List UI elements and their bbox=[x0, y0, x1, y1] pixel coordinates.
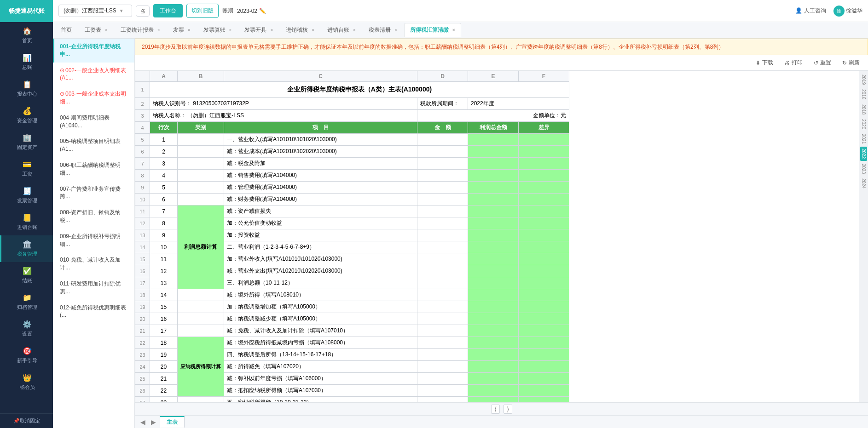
spreadsheet-wrapper[interactable]: A B C D E F bbox=[135, 71, 859, 402]
table-row: 11 7 利润总额计算 减：资产减值损失 bbox=[135, 205, 569, 217]
sidebar-item-tax[interactable]: 🏛️ 税务管理 bbox=[0, 235, 53, 262]
tab-sales-audit[interactable]: 进销稽核 × bbox=[280, 23, 320, 37]
info-bar: 2019年度步及取以前年度连续数据的申报表单元格需要手工维护正确，才能保证本年及… bbox=[135, 39, 868, 55]
tab-invoice[interactable]: 发票 × bbox=[167, 23, 197, 37]
sub-menu-label: 009-企业所得税补亏损明细... bbox=[60, 233, 121, 247]
tab-tax-list[interactable]: 税表清册 × bbox=[363, 23, 403, 37]
sidebar-item-archive[interactable]: 📁 归档管理 bbox=[0, 289, 53, 315]
tab-payroll-close[interactable]: × bbox=[105, 28, 108, 33]
workbench-button[interactable]: 工作台 bbox=[153, 4, 183, 17]
year-item-2018[interactable]: 2018 bbox=[860, 103, 867, 116]
tab-payroll-report-close[interactable]: × bbox=[157, 28, 160, 33]
table-row: 9 5 减：管理费用(填写A104000) bbox=[135, 182, 569, 194]
sub-menu-item-003[interactable]: ⊙003-一般企业成本支出明细... bbox=[53, 86, 134, 110]
bottom-area: ⟨ ⟩ ◀ ▶ 主表 bbox=[135, 402, 868, 428]
tax-icon: 🏛️ bbox=[23, 240, 32, 249]
sheet-tab-label: 主表 bbox=[167, 419, 178, 425]
table-row: 21 17 减：免税、减计收入及加计扣除（填写A107010） bbox=[135, 325, 569, 337]
sub-menu-label: 011-研发费用加计扣除优惠... bbox=[60, 280, 121, 295]
sidebar-item-report[interactable]: 📋 报表中心 bbox=[0, 75, 53, 102]
tab-sales-audit-label: 进销稽核 bbox=[286, 26, 308, 34]
sub-menu-item-011[interactable]: 011-研发费用加计扣除优惠... bbox=[53, 276, 134, 300]
sidebar-item-invoice[interactable]: 🧾 发票管理 bbox=[0, 182, 53, 209]
year-item-2020[interactable]: 2020 bbox=[860, 117, 867, 131]
sidebar: 畅捷通易代账 🏠 首页 📊 总账 📋 报表中心 💰 资金管理 🏢 固定资产 bbox=[0, 0, 53, 428]
sub-menu-item-006[interactable]: 006-职工薪酬纳税调整明细... bbox=[53, 157, 134, 181]
sheet-nav-prev[interactable]: ◀ bbox=[139, 417, 147, 427]
download-button[interactable]: ⬇ 下载 bbox=[754, 58, 775, 68]
print-icon-button[interactable]: 🖨 bbox=[136, 6, 150, 17]
tab-income-tax[interactable]: 所得税汇算清缴 × bbox=[404, 23, 461, 37]
year-item-2024[interactable]: 2024 bbox=[860, 177, 867, 190]
switch-old-button[interactable]: 切到旧版 bbox=[186, 4, 219, 18]
guide-icon: 🎯 bbox=[23, 347, 32, 355]
report-icon: 📋 bbox=[23, 80, 32, 89]
sub-menu-item-008[interactable]: 008-资产折旧、摊销及纳税... bbox=[53, 205, 134, 228]
sidebar-pin-button[interactable]: 📌 取消固定 bbox=[0, 413, 53, 428]
tab-home[interactable]: 首页 bbox=[55, 23, 78, 37]
human-service[interactable]: 👤 人工咨询 bbox=[795, 7, 826, 15]
refresh-button[interactable]: ↻ 刷新 bbox=[840, 58, 862, 68]
sheet-nav-next[interactable]: ▶ bbox=[149, 417, 158, 427]
tab-tax-list-close[interactable]: × bbox=[394, 28, 397, 33]
app-logo: 畅捷通易代账 bbox=[0, 0, 53, 22]
error-dot-icon: ⊙ bbox=[60, 91, 64, 97]
reset-button[interactable]: ↺ 重置 bbox=[812, 58, 833, 68]
sidebar-item-ledger[interactable]: 📊 总账 bbox=[0, 49, 53, 75]
year-item-2023[interactable]: 2023 bbox=[860, 162, 867, 176]
tab-sales-ledger-close[interactable]: × bbox=[353, 28, 356, 33]
sidebar-item-funds[interactable]: 💰 资金管理 bbox=[0, 102, 53, 129]
tab-invoice-open-close[interactable]: × bbox=[270, 28, 273, 33]
top-bar: (勿删）江西服宝-LSS ▼ 🖨 工作台 切到旧版 账期 2023-02 ✏️ … bbox=[53, 0, 868, 22]
sub-menu-item-001[interactable]: 001-企业所得税年度纳税申... bbox=[53, 39, 134, 63]
service-icon: 👤 bbox=[795, 7, 802, 14]
sidebar-item-assets[interactable]: 🏢 固定资产 bbox=[0, 129, 53, 155]
print-button[interactable]: 🖨 打印 bbox=[782, 58, 804, 68]
sub-menu-label: 012-减免所得税优惠明细表(... bbox=[60, 304, 126, 319]
sub-menu-item-012[interactable]: 012-减免所得税优惠明细表(... bbox=[53, 300, 134, 324]
year-item-2019[interactable]: 2019 bbox=[860, 73, 867, 86]
sidebar-item-settings[interactable]: ⚙️ 设置 bbox=[0, 315, 53, 342]
year-item-2016[interactable]: 2016 bbox=[860, 87, 867, 101]
sidebar-item-home[interactable]: 🏠 首页 bbox=[0, 22, 53, 49]
sub-menu-item-004[interactable]: 004-期间费用明细表(A1040... bbox=[53, 110, 134, 134]
tab-payroll-report[interactable]: 工资统计报表 × bbox=[115, 23, 166, 37]
sub-menu-item-002[interactable]: ⊙002-一般企业收入明细表(A1... bbox=[53, 63, 134, 86]
scroll-indicator: ⟨ ⟩ bbox=[135, 402, 868, 415]
sidebar-item-sales[interactable]: 📒 进销台账 bbox=[0, 209, 53, 235]
table-row: 19 15 加：纳税调整增加额（填写A105000） bbox=[135, 301, 569, 313]
sub-menu-item-005[interactable]: 005-纳税调整项目明细表(A1... bbox=[53, 133, 134, 157]
sidebar-item-member[interactable]: 👑 畅会员 bbox=[0, 369, 53, 395]
scroll-right-button[interactable]: ⟩ bbox=[503, 405, 512, 414]
archive-icon: 📁 bbox=[23, 293, 32, 302]
sub-menu-item-007[interactable]: 007-广告费和业务宣传费跨... bbox=[53, 181, 134, 205]
tab-payroll[interactable]: 工资表 × bbox=[79, 23, 114, 37]
tax-period-value: 2022年度 bbox=[471, 100, 494, 107]
tax-period-label: 税款所属期间： bbox=[420, 100, 459, 107]
company-selector[interactable]: (勿删）江西服宝-LSS ▼ bbox=[58, 5, 132, 17]
sidebar-item-guide[interactable]: 🎯 新手引导 bbox=[0, 342, 53, 369]
sub-menu-item-009[interactable]: 009-企业所得税补亏损明细... bbox=[53, 228, 134, 252]
col-header-amount: 金 额 bbox=[417, 122, 468, 134]
content-area: 001-企业所得税年度纳税申... ⊙002-一般企业收入明细表(A1... ⊙… bbox=[53, 39, 868, 428]
table-header-row: 4 行次 类别 项 目 金 额 利润总金额 差异 bbox=[135, 122, 569, 134]
tab-income-tax-close[interactable]: × bbox=[452, 28, 455, 33]
tab-invoice-close[interactable]: × bbox=[188, 28, 191, 33]
sidebar-item-payroll[interactable]: 💳 工资 bbox=[0, 155, 53, 182]
year-item-2021[interactable]: 2021 bbox=[860, 132, 867, 146]
tab-sales-ledger[interactable]: 进销台账 × bbox=[321, 23, 362, 37]
edit-period-icon[interactable]: ✏️ bbox=[259, 8, 266, 14]
tab-sales-audit-close[interactable]: × bbox=[312, 28, 314, 33]
sidebar-item-close[interactable]: ✅ 结账 bbox=[0, 262, 53, 289]
scroll-left-button[interactable]: ⟨ bbox=[491, 405, 500, 414]
sub-menu-label: 010-免税、减计收入及加计... bbox=[60, 257, 121, 271]
tab-invoice-open[interactable]: 发票开具 × bbox=[238, 23, 279, 37]
tab-invoice-calc[interactable]: 发票算账 × bbox=[197, 23, 238, 37]
tab-invoice-calc-close[interactable]: × bbox=[229, 28, 232, 33]
sidebar-item-label: 畅会员 bbox=[20, 384, 35, 391]
printer-icon: 🖨 bbox=[140, 8, 145, 14]
sub-menu-item-010[interactable]: 010-免税、减计收入及加计... bbox=[53, 252, 134, 276]
year-item-2022[interactable]: 2022 bbox=[860, 147, 867, 160]
sheet-tab-main[interactable]: 主表 bbox=[160, 416, 185, 428]
settings-icon: ⚙️ bbox=[23, 320, 32, 329]
